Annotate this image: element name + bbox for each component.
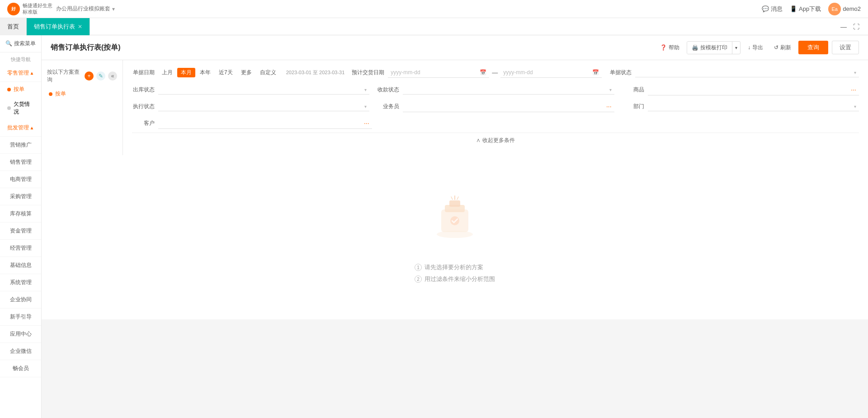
exec-status-select[interactable]: ▾ — [158, 102, 369, 111]
query-button[interactable]: 查询 — [798, 41, 828, 54]
sidebar-item-wechat[interactable]: 企业微信 — [0, 343, 41, 360]
logo-area: 好 畅捷通好生意 标准版 — [7, 3, 52, 15]
filter-panel: 按以下方案查询 + ✎ « 按单 单据 — [42, 60, 868, 155]
expected-date-from[interactable]: yyyy-mm-dd 📅 — [388, 67, 489, 78]
salesman-input[interactable]: ··· — [403, 101, 614, 112]
message-icon: 💬 — [762, 5, 769, 12]
sidebar-search[interactable]: 🔍 搜索菜单 — [0, 35, 41, 52]
tab-sales-order[interactable]: 销售订单执行表 ✕ — [27, 18, 90, 35]
dept-group: 部门 ▾ — [622, 102, 859, 111]
add-scheme-button[interactable]: + — [85, 71, 94, 81]
app-download-button[interactable]: 📱 App下载 — [790, 5, 821, 13]
sidebar-item-finance[interactable]: 资金管理 — [0, 223, 41, 240]
salesman-label: 业务员 — [377, 103, 399, 110]
filter-scheme-header: 按以下方案查询 + ✎ « — [42, 66, 123, 86]
retail-label: 零售管理 — [7, 69, 29, 77]
filter-row-3: 执行状态 ▾ 业务员 ··· 部门 — [132, 101, 859, 112]
expected-date-to[interactable]: yyyy-mm-dd 📅 — [500, 67, 602, 78]
status-filter-group: 单据状态 ▾ — [609, 68, 859, 77]
sidebar-sub-item-按单[interactable]: 按单 — [0, 82, 41, 97]
scheme-item-按单[interactable]: 按单 — [42, 86, 123, 101]
print-arrow-button[interactable]: ▾ — [732, 43, 740, 52]
exec-status-group: 执行状态 ▾ — [132, 102, 369, 111]
expected-date-input: yyyy-mm-dd 📅 — yyyy-mm-dd 📅 — [388, 67, 602, 78]
date-tab-custom[interactable]: 自定义 — [256, 68, 280, 77]
print-icon: 🖨️ — [692, 44, 698, 51]
refresh-button[interactable]: ↺ 刷新 — [770, 42, 795, 53]
dept-select[interactable]: ▾ — [648, 102, 859, 111]
sidebar-item-system[interactable]: 系统管理 — [0, 274, 41, 291]
header-actions: ❓ 帮助 🖨️ 按模板打印 ▾ ↓ 导出 ↺ 刷新 — [656, 41, 859, 54]
customer-label: 客户 — [132, 119, 155, 127]
status-dropdown-icon: ▾ — [854, 70, 856, 75]
customer-input[interactable]: ··· — [158, 118, 372, 129]
sidebar-item-ecom[interactable]: 电商管理 — [0, 171, 41, 188]
edit-scheme-button[interactable]: ✎ — [96, 71, 105, 81]
download-icon: 📱 — [790, 5, 797, 12]
export-button[interactable]: ↓ 导出 — [744, 42, 767, 53]
dept-dropdown-icon: ▾ — [854, 104, 856, 109]
inactive-dot-icon — [7, 106, 11, 110]
date-tab-last7[interactable]: 近7天 — [215, 68, 236, 77]
sidebar-item-newbie[interactable]: 新手引导 — [0, 309, 41, 326]
page-header: 销售订单执行表(按单) ❓ 帮助 🖨️ 按模板打印 ▾ ↓ 导出 — [42, 35, 868, 60]
status-label: 单据状态 — [609, 69, 632, 76]
help-icon: ❓ — [660, 44, 667, 51]
content-area: 销售订单执行表(按单) ❓ 帮助 🖨️ 按模板打印 ▾ ↓ 导出 — [42, 35, 868, 418]
tab-minimize-button[interactable]: — — [839, 22, 848, 31]
svg-line-6 — [451, 197, 453, 200]
tab-expand-button[interactable]: ⛶ — [852, 22, 861, 31]
date-filter-group: 单据日期 上月 本月 本年 近7天 更多 自定义 2023-03-01 至 20… — [132, 68, 344, 77]
dept-label: 部门 — [622, 103, 644, 110]
sidebar-sub-item-欠货情况[interactable]: 欠货情况 — [0, 97, 41, 119]
sidebar-item-member[interactable]: 畅会员 — [0, 360, 41, 377]
salesman-more-icon[interactable]: ··· — [606, 103, 612, 110]
status-select[interactable]: ▾ — [635, 68, 859, 77]
sidebar-item-enterprise[interactable]: 企业协同 — [0, 291, 41, 309]
product-more-icon[interactable]: ··· — [851, 86, 856, 93]
product-label: 商品 — [622, 86, 644, 94]
breadcrumb-arrow-icon[interactable]: ▾ — [112, 6, 115, 12]
filter-scheme-panel: 按以下方案查询 + ✎ « 按单 — [42, 60, 123, 155]
user-menu[interactable]: Ea demo2 — [828, 3, 861, 15]
tab-home[interactable]: 首页 — [0, 18, 27, 35]
print-button-group: 🖨️ 按模板打印 ▾ — [687, 41, 741, 54]
date-tab-this-month[interactable]: 本月 — [177, 68, 195, 77]
setting-button[interactable]: 设置 — [832, 41, 859, 54]
salesman-group: 业务员 ··· — [377, 101, 614, 112]
wholesale-arrow-icon: ▲ — [30, 125, 34, 130]
help-button[interactable]: ❓ 帮助 — [656, 42, 683, 53]
collect-status-select[interactable]: ▾ — [403, 86, 614, 95]
sidebar-item-retail[interactable]: 零售管理 ▲ — [0, 65, 41, 82]
expected-date-group: 预计交货日期 yyyy-mm-dd 📅 — yyyy-mm-dd 📅 — [352, 67, 602, 78]
collapse-scheme-button[interactable]: « — [108, 71, 117, 81]
tab-bar: 首页 销售订单执行表 ✕ — ⛶ — [0, 18, 868, 35]
sidebar-item-marketing[interactable]: 营销推广 — [0, 137, 41, 154]
sidebar-item-sales[interactable]: 销售管理 — [0, 154, 41, 171]
tab-close-icon[interactable]: ✕ — [78, 24, 82, 30]
date-range-text: 2023-03-01 至 2023-03-31 — [286, 69, 345, 76]
date-tab-more[interactable]: 更多 — [237, 68, 255, 77]
sidebar-item-operation[interactable]: 经营管理 — [0, 240, 41, 257]
empty-tips: 1 请先选择要分析的方案 2 用过滤条件来缩小分析范围 — [415, 263, 495, 283]
refresh-icon: ↺ — [774, 44, 778, 51]
sidebar: 🔍 搜索菜单 快捷导航 零售管理 ▲ 按单 欠货情况 批发管理 ▲ 营销推广 销… — [0, 35, 42, 418]
sidebar-item-basic[interactable]: 基础信息 — [0, 257, 41, 274]
print-main-button[interactable]: 🖨️ 按模板打印 — [687, 42, 732, 54]
out-status-select[interactable]: ▾ — [158, 86, 369, 95]
product-input[interactable]: ··· — [648, 84, 859, 95]
date-tab-last-month[interactable]: 上月 — [158, 68, 176, 77]
sidebar-item-appstore[interactable]: 应用中心 — [0, 326, 41, 343]
date-tab-this-year[interactable]: 本年 — [196, 68, 214, 77]
collapse-button[interactable]: ∧ 收起更多条件 — [132, 133, 859, 148]
sidebar-quick-nav: 快捷导航 — [0, 52, 41, 65]
product-group: 商品 ··· — [622, 84, 859, 95]
message-button[interactable]: 💬 消息 — [762, 5, 783, 13]
sidebar-item-purchase[interactable]: 采购管理 — [0, 188, 41, 205]
sidebar-item-inventory[interactable]: 库存核算 — [0, 205, 41, 223]
empty-tip-2: 2 用过滤条件来缩小分析范围 — [415, 275, 495, 283]
scheme-actions: + ✎ « — [85, 71, 117, 81]
customer-more-icon[interactable]: ··· — [364, 119, 369, 127]
retail-arrow-icon: ▲ — [30, 71, 34, 76]
sidebar-item-wholesale[interactable]: 批发管理 ▲ — [0, 119, 41, 137]
